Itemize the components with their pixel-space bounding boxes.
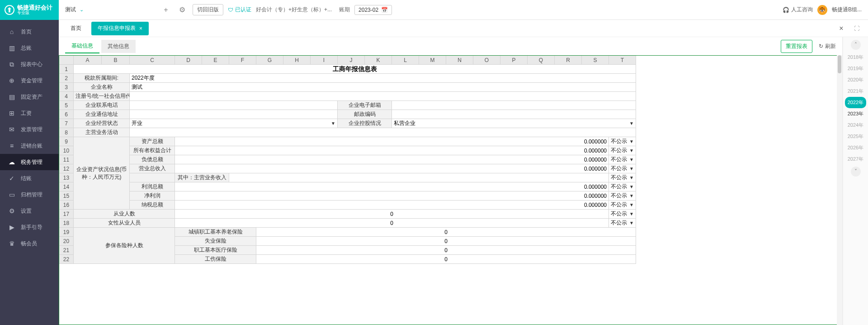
column-header[interactable]: S — [582, 56, 609, 65]
period-selector[interactable]: 2023-02 📅 — [354, 5, 392, 15]
cell[interactable]: 不公示▼ — [609, 137, 636, 146]
cell[interactable]: 企业资产状况信息(币种：人民币万元) — [74, 137, 130, 210]
row-header[interactable]: 12 — [59, 164, 74, 173]
column-header[interactable]: G — [256, 56, 283, 65]
gear-icon[interactable]: ⚙ — [176, 4, 188, 16]
row-header[interactable]: 15 — [59, 191, 74, 201]
nav-item[interactable]: ▶新手引导 — [0, 219, 59, 235]
column-header[interactable]: C — [130, 56, 175, 65]
cell[interactable]: 私营企业▼ — [392, 119, 636, 128]
cell[interactable]: 不公示▼ — [609, 210, 636, 219]
row-header[interactable]: 3 — [59, 83, 74, 92]
row-header[interactable]: 8 — [59, 128, 74, 137]
cell[interactable]: 不公示▼ — [609, 173, 636, 182]
cell[interactable]: 利润总额 — [130, 182, 175, 191]
cell[interactable]: 从业人数 — [74, 210, 175, 219]
cell[interactable]: 0.000000 — [175, 164, 609, 173]
tab-home[interactable]: 首页 — [64, 22, 88, 35]
cell[interactable]: 企业电子邮箱 — [338, 101, 392, 110]
year-item[interactable]: 2027年 — [845, 153, 866, 165]
year-down-icon[interactable]: ˅ — [851, 167, 861, 177]
nav-item[interactable]: ⊞工资 — [0, 105, 59, 121]
column-header[interactable]: T — [609, 56, 636, 65]
column-header[interactable]: L — [392, 56, 419, 65]
cell[interactable]: 邮政编码 — [338, 110, 392, 119]
nav-item[interactable]: ▭归档管理 — [0, 186, 59, 203]
year-item[interactable]: 2018年 — [845, 52, 866, 63]
row-header[interactable]: 2 — [59, 74, 74, 83]
cell[interactable]: 所有者权益合计 — [130, 146, 175, 155]
year-item[interactable]: 2021年 — [845, 86, 866, 97]
cell[interactable]: 注册号/统一社会信用代码 — [74, 92, 130, 101]
column-header[interactable]: J — [338, 56, 365, 65]
nav-item[interactable]: ▤固定资产 — [0, 89, 59, 105]
add-icon[interactable]: + — [160, 4, 172, 16]
cell[interactable]: 不公示▼ — [609, 219, 636, 228]
cell[interactable]: 职工基本医疗保险 — [175, 246, 256, 255]
cell[interactable]: 0.000000 — [175, 191, 609, 201]
row-header[interactable]: 13 — [59, 173, 74, 182]
cell[interactable]: 不公示▼ — [609, 182, 636, 191]
nav-item[interactable]: ⊕资金管理 — [0, 72, 59, 89]
year-item[interactable]: 2024年 — [845, 119, 866, 131]
close-all-icon[interactable]: × — [835, 23, 847, 34]
nav-item[interactable]: ✉发票管理 — [0, 121, 59, 138]
year-item[interactable]: 2019年 — [845, 63, 866, 74]
row-header[interactable]: 1 — [59, 65, 74, 74]
row-header[interactable]: 22 — [59, 255, 74, 264]
cell[interactable]: 失业保险 — [175, 237, 256, 246]
cell[interactable]: 测试 — [130, 83, 636, 92]
vertical-scrollbar[interactable] — [837, 55, 842, 325]
cell[interactable]: 企业经营状态 — [74, 119, 130, 128]
column-header[interactable]: D — [175, 56, 202, 65]
spreadsheet[interactable]: ABCDEFGHIJKLMNOPQRST 1工商年报信息表2税款所属期间:202… — [59, 55, 842, 325]
row-header[interactable]: 18 — [59, 219, 74, 228]
cell[interactable]: 税款所属期间: — [74, 74, 130, 83]
row-header[interactable]: 21 — [59, 246, 74, 255]
cell[interactable] — [130, 128, 636, 137]
cell[interactable]: 资产总额 — [130, 137, 175, 146]
row-header[interactable]: 7 — [59, 119, 74, 128]
cell[interactable] — [130, 110, 338, 119]
column-header[interactable]: M — [419, 56, 446, 65]
cell[interactable]: 纳税总额 — [130, 201, 175, 210]
year-item[interactable]: 2025年 — [845, 131, 866, 142]
row-header[interactable]: 4 — [59, 92, 74, 101]
column-header[interactable]: O — [473, 56, 500, 65]
year-item[interactable]: 2022年 — [845, 97, 866, 108]
row-header[interactable]: 20 — [59, 237, 74, 246]
cell[interactable]: 0.000000 — [175, 146, 609, 155]
cell[interactable]: 负债总额 — [130, 155, 175, 164]
subtab-other[interactable]: 其他信息 — [101, 40, 136, 53]
cell[interactable]: 女性从业人员 — [74, 219, 175, 228]
year-up-icon[interactable]: ˄ — [851, 40, 861, 50]
column-header[interactable]: P — [500, 56, 528, 65]
switch-old-button[interactable]: 切回旧版 — [193, 4, 223, 15]
nav-item[interactable]: ⌂首页 — [0, 24, 59, 40]
cell[interactable]: 0 — [256, 237, 636, 246]
cell[interactable]: 其中：主营业务收入 — [175, 173, 229, 182]
column-header[interactable]: K — [365, 56, 392, 65]
cell[interactable]: 0 — [256, 246, 636, 255]
row-header[interactable]: 9 — [59, 137, 74, 146]
tab-annual-report[interactable]: 年报信息申报表 × — [91, 22, 149, 35]
year-item[interactable]: 2023年 — [845, 108, 866, 119]
column-header[interactable]: Q — [528, 56, 555, 65]
row-header[interactable]: 14 — [59, 182, 74, 191]
cell[interactable]: 不公示▼ — [609, 191, 636, 201]
cell[interactable]: 工伤保险 — [175, 255, 256, 264]
cell[interactable]: 0.000000 — [175, 137, 609, 146]
cell[interactable]: 企业联系电话 — [74, 101, 130, 110]
nav-item[interactable]: ⚙设置 — [0, 203, 59, 219]
cell[interactable]: 0.000000 — [175, 155, 609, 164]
column-header[interactable]: E — [202, 56, 229, 65]
row-header[interactable]: 16 — [59, 201, 74, 210]
row-header[interactable]: 6 — [59, 110, 74, 119]
row-header[interactable]: 11 — [59, 155, 74, 164]
year-item[interactable]: 2020年 — [845, 74, 866, 86]
nav-item[interactable]: ▥总账 — [0, 40, 59, 56]
column-header[interactable]: A — [74, 56, 102, 65]
cell[interactable]: 城镇职工基本养老保险 — [175, 228, 256, 237]
column-header[interactable]: I — [311, 56, 338, 65]
cell[interactable]: 净利润 — [130, 191, 175, 201]
